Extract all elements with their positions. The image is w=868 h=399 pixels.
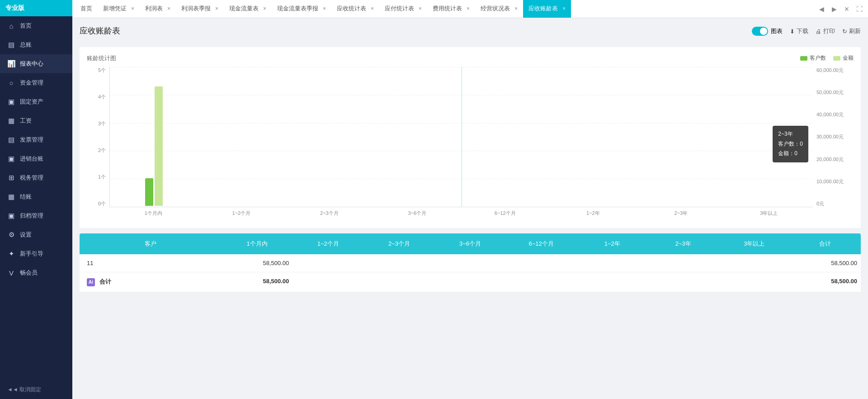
summary-m1-2 [292,272,363,292]
td-m1: 58,500.00 [222,254,292,272]
tab-profit-quarter-label: 利润表季报 [181,5,211,13]
tab-business-status-close[interactable]: × [514,5,518,12]
tab-profit[interactable]: 利润表 × [140,0,176,18]
tab-ap-stats-close[interactable]: × [419,5,422,12]
sidebar-item-ledger[interactable]: ▤ 总账 [0,35,72,54]
summary-y1-2 [577,272,648,292]
tab-voucher[interactable]: 新增凭证 × [98,0,140,18]
x-axis-labels: 1个月内 1~2个月 2~3个月 3~6个月 6~12个月 1~2年 2~3年 … [109,207,813,221]
print-icon: 🖨 [816,28,821,35]
tab-ar-aging-label: 应收账龄表 [528,5,558,13]
content-area: 应收账龄表 图表 ⬇ 下载 🖨 打印 ↻ 刷新 [72,18,868,399]
tab-expense-stats-close[interactable]: × [467,5,470,12]
tab-ar-aging-close[interactable]: × [562,5,566,12]
chart-toggle[interactable]: 图表 [752,27,783,36]
print-button[interactable]: 🖨 打印 [816,27,835,35]
tab-ar-aging[interactable]: 应收账龄表 × [523,0,571,18]
summary-m1: 58,500.00 [222,272,292,292]
tab-ar-stats-close[interactable]: × [371,5,374,12]
unpin-sidebar-button[interactable]: ◄◄ 取消固定 [0,380,72,399]
legend-customer-label: 客户数 [810,54,826,62]
sidebar-item-label: 首页 [20,22,32,30]
summary-m2-3 [363,272,434,292]
tab-profit-close[interactable]: × [167,5,170,12]
td-customer: 11 [80,254,222,272]
y-axis-right: 60,000.00元 50,000.00元 40,000.00元 30,000.… [813,67,854,207]
legend-amount-color [833,56,840,61]
summary-icon: Ai [87,278,95,286]
invoice-icon: ▤ [7,136,15,144]
tab-ar-stats[interactable]: 应收统计表 × [331,0,379,18]
sidebar-item-assets[interactable]: ▣ 固定资产 [0,92,72,111]
summary-y3plus [719,272,790,292]
tab-next-button[interactable]: ▶ [828,3,840,15]
tab-close-all-button[interactable]: ✕ [841,3,853,15]
tab-cashflow-quarter[interactable]: 现金流量表季报 × [272,0,331,18]
tab-prev-button[interactable]: ◀ [816,3,827,15]
tab-voucher-close[interactable]: × [131,5,134,12]
tab-cashflow-quarter-close[interactable]: × [323,5,326,12]
tab-cashflow[interactable]: 现金流量表 × [224,0,272,18]
tab-expense-stats-label: 费用统计表 [433,5,462,13]
tab-business-status[interactable]: 经营状况表 × [475,0,523,18]
td-y2-3 [648,254,719,272]
tab-profit-quarter-close[interactable]: × [215,5,218,12]
chart-title: 账龄统计图 [87,54,854,62]
sidebar-item-archive[interactable]: ▣ 归档管理 [0,206,72,225]
refresh-label: 刷新 [849,27,861,35]
sidebar-item-salary[interactable]: ▦ 工资 [0,111,72,130]
tab-expand-button[interactable]: ⛶ [854,3,865,15]
sidebar-item-sales[interactable]: ▣ 进销台账 [0,149,72,168]
tab-expense-stats[interactable]: 费用统计表 × [427,0,475,18]
sidebar-item-guide[interactable]: ✦ 新手引导 [0,244,72,263]
td-y3plus [719,254,790,272]
main-area: 首页 新增凭证 × 利润表 × 利润表季报 × 现金流量表 × 现金流量表季报 … [72,0,868,399]
th-y1-2: 1~2年 [577,233,648,254]
bars-group [110,67,813,207]
refresh-button[interactable]: ↻ 刷新 [842,27,861,35]
download-button[interactable]: ⬇ 下载 [790,27,808,35]
td-m2-3 [363,254,434,272]
assets-icon: ▣ [7,98,15,106]
download-icon: ⬇ [790,28,795,35]
sidebar-item-home[interactable]: ⌂ 首页 [0,16,72,35]
sidebar-item-member[interactable]: V 畅会员 [0,263,72,282]
tab-home[interactable]: 首页 [75,0,98,18]
sidebar-item-label: 总账 [20,41,32,49]
tab-cashflow-label: 现金流量表 [229,5,259,13]
sidebar-item-settings[interactable]: ⚙ 设置 [0,225,72,244]
sidebar-item-funds[interactable]: ○ 资金管理 [0,73,72,92]
x-label-8: 3年以上 [725,210,813,217]
legend-amount: 金额 [833,54,854,62]
sidebar-item-label: 结账 [20,193,32,201]
th-y2-3: 2~3年 [648,233,719,254]
toggle-label: 图表 [771,27,783,35]
tab-cashflow-close[interactable]: × [263,5,266,12]
summary-y2-3 [648,272,719,292]
toggle-thumb [760,28,767,35]
th-m3-6: 3~6个月 [434,233,505,254]
sidebar-item-reports[interactable]: 📊 报表中心 [0,54,72,73]
tab-ap-stats[interactable]: 应付统计表 × [379,0,427,18]
tax-icon: ⊞ [7,174,15,182]
toggle-track[interactable] [752,27,768,36]
data-table: 客户 1个月内 1~2个月 2~3个月 3~6个月 6~12个月 1~2年 2~… [80,233,861,292]
y-right-label-6: 10,000.00元 [816,178,844,185]
tab-home-label: 首页 [80,5,92,13]
tab-profit-quarter[interactable]: 利润表季报 × [176,0,224,18]
td-m3-6 [434,254,505,272]
page-title: 应收账龄表 [80,25,120,36]
bar-col-8 [725,67,813,207]
sidebar-item-close[interactable]: ▦ 结账 [0,187,72,206]
sidebar-item-label: 报表中心 [20,60,43,68]
sidebar-item-tax[interactable]: ⊞ 税务管理 [0,168,72,187]
bar-green-1 [145,178,153,206]
y-label-1: 1个 [98,174,106,180]
sidebar-item-invoice[interactable]: ▤ 发票管理 [0,130,72,149]
th-customer: 客户 [80,233,222,254]
th-m1-2: 1~2个月 [292,233,363,254]
bar-col-2 [198,67,285,207]
tab-navigation: ◀ ▶ ✕ ⛶ [816,3,865,15]
tab-cashflow-quarter-label: 现金流量表季报 [277,5,318,13]
th-y3plus: 3年以上 [719,233,790,254]
